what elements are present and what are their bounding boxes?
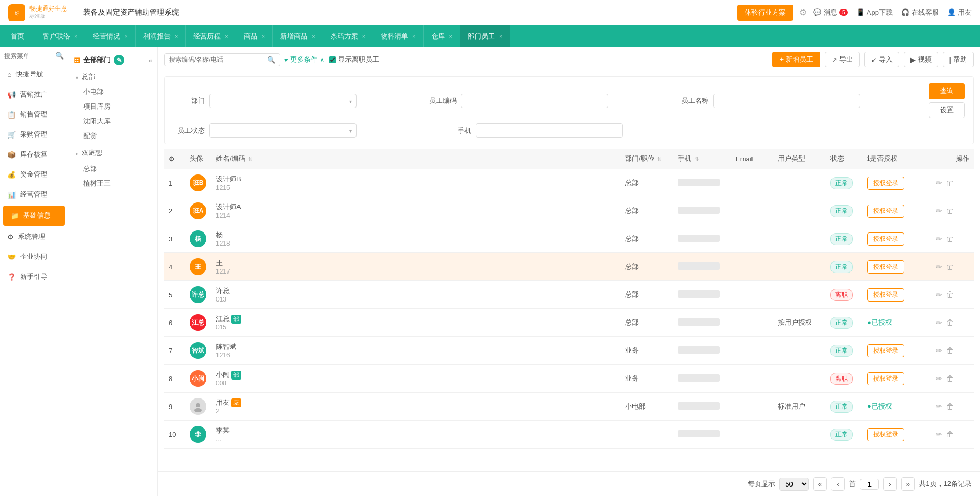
edit-icon[interactable]: ✏: [936, 318, 942, 327]
edit-icon[interactable]: ✏: [936, 262, 942, 271]
close-material-icon[interactable]: ×: [412, 33, 415, 40]
close-employees-icon[interactable]: ×: [499, 33, 502, 40]
dept-item-xiaodian[interactable]: 小电部: [68, 84, 157, 99]
query-button[interactable]: 查询: [929, 83, 965, 99]
dept-edit-button[interactable]: ✎: [114, 55, 124, 65]
delete-icon[interactable]: 🗑: [946, 346, 954, 355]
edit-icon[interactable]: ✏: [936, 402, 942, 411]
sidebar-search-input[interactable]: [4, 52, 52, 60]
online-service-action[interactable]: 🎧 在线客服: [901, 8, 939, 17]
prev-page-button[interactable]: ‹: [831, 477, 845, 491]
authorize-button[interactable]: 授权登录: [867, 177, 904, 190]
message-action[interactable]: 💬 消息 5: [813, 8, 848, 17]
col-phone[interactable]: 手机 ⇅: [674, 149, 731, 169]
close-profit-icon[interactable]: ×: [175, 33, 178, 40]
delete-icon[interactable]: 🗑: [946, 290, 954, 299]
delete-icon[interactable]: 🗑: [946, 207, 954, 215]
video-button[interactable]: ▶ 视频: [904, 52, 938, 67]
authorize-button[interactable]: 授权登录: [867, 344, 904, 357]
delete-icon[interactable]: 🗑: [946, 179, 954, 187]
authorize-button[interactable]: 授权登录: [867, 372, 904, 385]
edit-icon[interactable]: ✏: [936, 430, 942, 439]
dept-item-zhishu[interactable]: 植树王三: [68, 176, 157, 191]
close-barcode-icon[interactable]: ×: [362, 33, 365, 40]
authorize-button[interactable]: 授权登录: [867, 260, 904, 274]
dept-item-project[interactable]: 项目库房: [68, 99, 157, 114]
experience-button[interactable]: 体验行业方案: [737, 5, 793, 21]
export-button[interactable]: ↗ 导出: [825, 52, 860, 67]
edit-icon[interactable]: ✏: [936, 179, 942, 187]
col-name-code[interactable]: 姓名/编码 ⇅: [212, 149, 621, 169]
sidebar-item-collaboration[interactable]: 🤝 企业协同: [0, 247, 68, 267]
next-page-button[interactable]: ›: [883, 477, 897, 491]
edit-icon[interactable]: ✏: [936, 346, 942, 355]
tab-home[interactable]: 首页: [0, 25, 35, 47]
tab-barcode[interactable]: 条码方案 ×: [323, 25, 373, 47]
tab-business[interactable]: 经营情况 ×: [85, 25, 135, 47]
close-business-icon[interactable]: ×: [124, 33, 127, 40]
show-resigned-checkbox[interactable]: 显示离职员工: [329, 55, 379, 64]
dept-item-peihuo[interactable]: 配货: [68, 129, 157, 143]
edit-icon[interactable]: ✏: [936, 235, 942, 243]
search-input[interactable]: [169, 56, 265, 63]
dept-item-zongbu-leaf[interactable]: 总部: [68, 161, 157, 176]
emp-status-select[interactable]: [209, 123, 357, 138]
setting-button[interactable]: 设置: [929, 102, 965, 118]
col-settings[interactable]: ⚙: [164, 149, 185, 169]
tab-new-goods[interactable]: 新增商品 ×: [273, 25, 323, 47]
tab-history[interactable]: 经营历程 ×: [186, 25, 236, 47]
dept-select[interactable]: [209, 94, 357, 108]
sidebar-item-basic-info[interactable]: 📁 基础信息: [3, 206, 65, 226]
add-employee-button[interactable]: + 新增员工: [772, 52, 820, 67]
sidebar-item-sales[interactable]: 📋 销售管理: [0, 104, 68, 124]
help-button[interactable]: | 帮助: [943, 52, 974, 67]
app-download-action[interactable]: 📱 App下载: [856, 8, 893, 17]
sidebar-item-inventory[interactable]: 📦 库存核算: [0, 144, 68, 164]
authorize-button[interactable]: 授权登录: [867, 205, 904, 218]
more-conditions-button[interactable]: ▾ 更多条件 ∧: [284, 55, 325, 64]
page-number-input[interactable]: [860, 479, 879, 490]
import-button[interactable]: ↙ 导入: [864, 52, 899, 67]
sidebar-item-system[interactable]: ⚙ 系统管理: [0, 227, 68, 247]
col-dept-position[interactable]: 部门/职位 ⇅: [621, 149, 674, 169]
close-goods-icon[interactable]: ×: [262, 33, 265, 40]
emp-code-input[interactable]: [461, 94, 608, 108]
delete-icon[interactable]: 🗑: [946, 235, 954, 243]
settings-icon[interactable]: ⚙: [799, 7, 807, 17]
close-customers-icon[interactable]: ×: [74, 33, 77, 40]
delete-icon[interactable]: 🗑: [946, 318, 954, 327]
authorize-button[interactable]: 授权登录: [867, 288, 904, 302]
sidebar-item-purchase[interactable]: 🛒 采购管理: [0, 124, 68, 144]
tab-material[interactable]: 物料清单 ×: [373, 25, 423, 47]
sidebar-item-quick-nav[interactable]: ⌂ 快捷导航: [0, 64, 68, 84]
authorize-button[interactable]: 授权登录: [867, 428, 904, 441]
sidebar-item-guide[interactable]: ❓ 新手引导: [0, 267, 68, 287]
close-history-icon[interactable]: ×: [225, 33, 228, 40]
sidebar-item-operations[interactable]: 📊 经营管理: [0, 184, 68, 205]
close-new-goods-icon[interactable]: ×: [312, 33, 315, 40]
sidebar-item-marketing[interactable]: 📢 营销推广: [0, 84, 68, 104]
delete-icon[interactable]: 🗑: [946, 430, 954, 439]
edit-icon[interactable]: ✏: [936, 374, 942, 383]
search-field[interactable]: 🔍: [164, 53, 280, 66]
delete-icon[interactable]: 🗑: [946, 402, 954, 411]
dept-collapse-icon[interactable]: «: [149, 56, 152, 64]
first-page-button[interactable]: «: [813, 477, 827, 491]
close-warehouse-icon[interactable]: ×: [449, 33, 452, 40]
sidebar-item-finance[interactable]: 💰 资金管理: [0, 164, 68, 184]
dept-group-shuang[interactable]: 双庭想: [68, 145, 157, 160]
tab-goods[interactable]: 商品 ×: [236, 25, 273, 47]
per-page-select[interactable]: 50 10 20 100: [779, 478, 809, 491]
dept-group-zongbu[interactable]: 总部: [68, 70, 157, 84]
tab-employees[interactable]: 部门员工 ×: [460, 25, 510, 47]
dept-item-shenyang[interactable]: 沈阳大库: [68, 114, 157, 129]
tab-profit[interactable]: 利润报告 ×: [136, 25, 186, 47]
user-profile-action[interactable]: 👤 用友: [947, 8, 972, 17]
delete-icon[interactable]: 🗑: [946, 262, 954, 271]
phone-input[interactable]: [476, 123, 623, 138]
edit-icon[interactable]: ✏: [936, 207, 942, 215]
delete-icon[interactable]: 🗑: [946, 374, 954, 383]
edit-icon[interactable]: ✏: [936, 290, 942, 299]
tab-warehouse[interactable]: 仓库 ×: [424, 25, 460, 47]
emp-name-input[interactable]: [713, 94, 860, 108]
